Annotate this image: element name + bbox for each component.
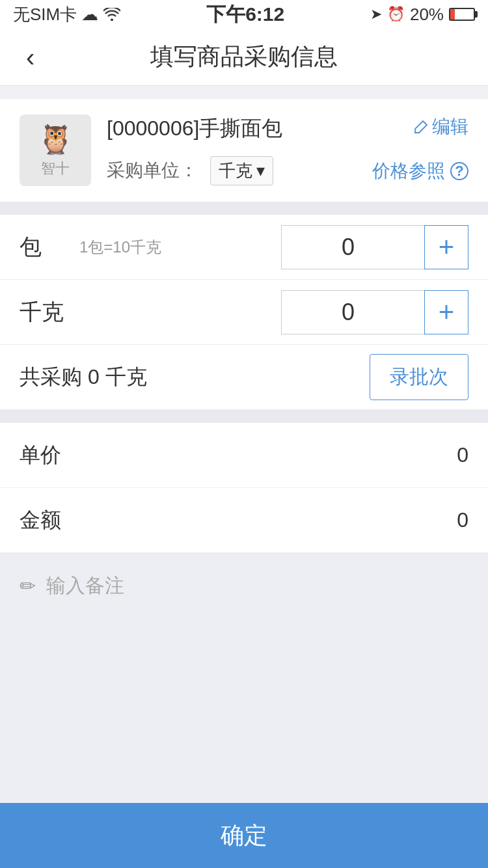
remark-placeholder: 输入备注 [46,573,124,599]
location-icon: ➤ [370,6,382,23]
status-time: 下午6:12 [206,1,284,28]
remark-section[interactable]: ✏ 输入备注 [0,553,488,619]
unit-price-label: 单价 [20,441,61,470]
kg-plus-button[interactable]: + [424,290,468,334]
unit-dropdown[interactable]: 千克 ▾ [210,156,273,185]
wifi-icon [103,8,120,21]
bag-input-row: 包 1包=10千克 + [0,215,488,280]
product-info: [0000006]手撕面包 编辑 采购单位： 千克 ▾ 价格参照 ? [107,115,468,185]
amount-label: 金额 [20,506,61,535]
unit-price-value: 0 [457,443,468,467]
kg-quantity-input[interactable] [281,290,424,334]
edit-icon [414,120,428,134]
record-batch-button[interactable]: 录批次 [370,354,468,400]
bag-label: 包 [20,232,72,262]
amount-row: 金额 0 [0,488,488,553]
pencil-icon: ✏ [20,575,36,597]
bag-quantity-control: + [281,225,468,269]
unit-section: 采购单位： 千克 ▾ [107,156,273,185]
amount-value: 0 [457,508,468,532]
confirm-button-label: 确定 [221,820,267,852]
product-image-label: 智十 [41,159,70,178]
unit-price-row: 单价 0 [0,423,488,488]
bag-quantity-input[interactable] [281,225,424,269]
unit-label: 采购单位： [107,160,198,180]
nav-bar: ‹ 填写商品采购信息 [0,29,488,86]
input-section: 包 1包=10千克 + 千克 + [0,215,488,345]
total-text: 共采购 0 千克 [20,363,147,392]
status-right: ➤ ⏰ 20% [370,5,475,25]
sim-label: 无SIM卡 ☁ [13,3,98,26]
chevron-down-icon: ▾ [256,161,265,181]
kg-label: 千克 [20,297,72,327]
product-name: [0000006]手撕面包 [107,115,282,143]
section-divider-2 [0,410,488,423]
bag-sub-label: 1包=10千克 [79,237,281,258]
status-bar: 无SIM卡 ☁ 下午6:12 ➤ ⏰ 20% [0,0,488,29]
page-title: 填写商品采购信息 [150,41,338,73]
battery-icon [449,8,475,21]
product-image: 🦉 智十 [20,115,91,186]
alarm-icon: ⏰ [387,6,405,23]
kg-input-row: 千克 + [0,280,488,345]
product-logo-icon: 🦉 [38,122,74,156]
price-section: 单价 0 金额 0 [0,423,488,553]
product-card: 🦉 智十 [0000006]手撕面包 编辑 采购单位： 千克 ▾ [0,99,488,202]
confirm-button[interactable]: 确定 [0,803,488,868]
section-divider-1 [0,202,488,215]
help-icon: ? [450,162,468,180]
status-left: 无SIM卡 ☁ [13,3,120,26]
product-meta: 采购单位： 千克 ▾ 价格参照 ? [107,156,468,185]
total-row: 共采购 0 千克 录批次 [0,345,488,410]
edit-button[interactable]: 编辑 [414,115,468,139]
battery-percent: 20% [410,5,444,25]
bag-plus-button[interactable]: + [424,225,468,269]
product-header: [0000006]手撕面包 编辑 [107,115,468,143]
kg-quantity-control: + [281,290,468,334]
back-button[interactable]: ‹ [20,38,41,77]
price-ref-button[interactable]: 价格参照 ? [372,159,468,183]
